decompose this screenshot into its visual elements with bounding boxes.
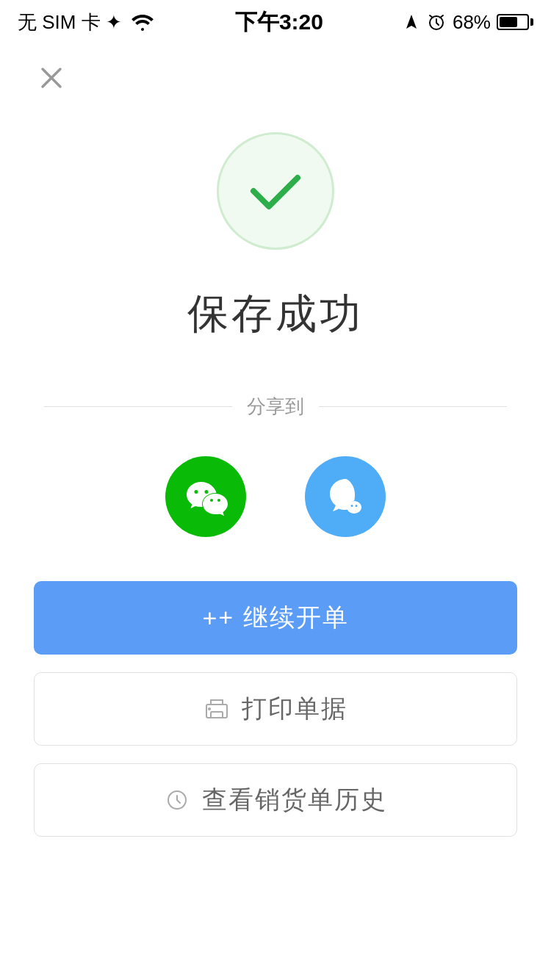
- wifi-icon: [129, 12, 156, 32]
- status-right: 68%: [403, 11, 533, 34]
- location-icon: [403, 13, 420, 31]
- share-icons-container: [165, 456, 386, 537]
- divider-right: [319, 406, 507, 407]
- history-label: 查看销货单历史: [202, 783, 387, 817]
- continue-button[interactable]: + + 继续开单: [34, 581, 517, 655]
- print-label: 打印单据: [242, 692, 347, 726]
- svg-rect-2: [211, 712, 223, 718]
- main-content: 保存成功 分享到: [0, 44, 551, 837]
- alarm-icon: [426, 12, 447, 32]
- qq-share-button[interactable]: [305, 456, 386, 537]
- plus-icon: +: [202, 604, 218, 633]
- status-left: 无 SIM 卡 ✦: [18, 10, 156, 35]
- share-section: 分享到: [0, 394, 551, 537]
- battery-label: 68%: [453, 11, 491, 34]
- wechat-share-button[interactable]: [165, 456, 246, 537]
- divider-left: [44, 406, 232, 407]
- wechat-icon: [182, 473, 230, 521]
- battery-icon: [497, 14, 533, 30]
- history-button[interactable]: 查看销货单历史: [34, 763, 517, 837]
- status-bar: 无 SIM 卡 ✦ 下午3:20 68%: [0, 0, 551, 44]
- checkmark-icon: [242, 158, 309, 224]
- success-title: 保存成功: [187, 287, 364, 342]
- share-divider: 分享到: [0, 394, 551, 419]
- qq-icon: [322, 473, 370, 521]
- svg-point-3: [208, 707, 211, 710]
- printer-icon: [204, 696, 230, 722]
- actions-container: + + 继续开单 打印单据 查看销货单历: [0, 581, 551, 837]
- share-label: 分享到: [247, 394, 304, 419]
- no-sim-label: 无 SIM 卡 ✦: [18, 10, 122, 35]
- time-display: 下午3:20: [235, 7, 323, 37]
- success-icon-circle: [217, 132, 334, 250]
- print-button[interactable]: 打印单据: [34, 672, 517, 746]
- history-icon: [164, 787, 190, 813]
- close-button[interactable]: [29, 56, 73, 100]
- continue-label: + 继续开单: [218, 601, 348, 635]
